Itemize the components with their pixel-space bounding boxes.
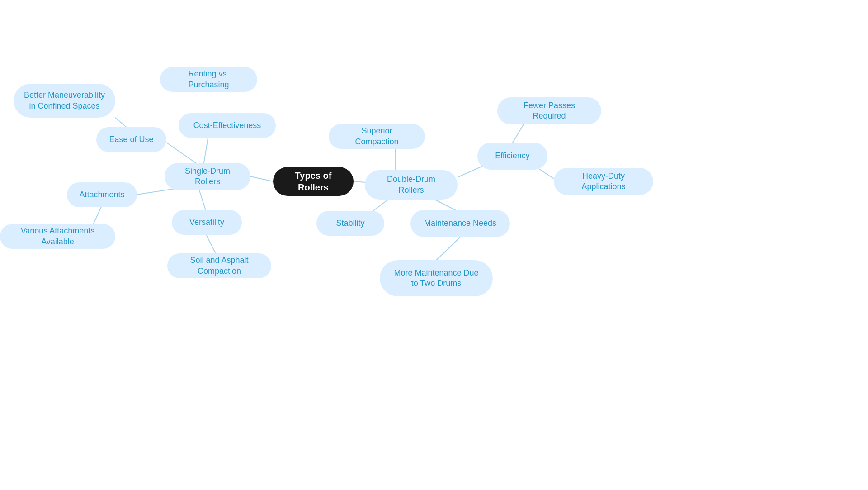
- stability-label: Stability: [336, 218, 364, 228]
- double-drum-label: Double-Drum Rollers: [375, 174, 448, 195]
- attachments-node: Attachments: [67, 182, 137, 207]
- maintenance-needs-node: Maintenance Needs: [410, 210, 510, 237]
- svg-line-16: [436, 237, 460, 260]
- renting-label: Renting vs. Purchasing: [170, 69, 247, 90]
- svg-line-7: [203, 138, 208, 165]
- versatility-label: Versatility: [189, 217, 224, 228]
- fewer-passes-label: Fewer Passes Required: [507, 100, 591, 122]
- center-label: Types of Rollers: [283, 170, 344, 193]
- cost-effectiveness-label: Cost-Effectiveness: [193, 120, 261, 131]
- more-maintenance-label: More Maintenance Due to Two Drums: [390, 268, 483, 289]
- better-maneuver-node: Better Maneuverability in Confined Space…: [14, 84, 115, 118]
- better-maneuver-label: Better Maneuverability in Confined Space…: [24, 90, 105, 111]
- svg-line-0: [250, 176, 273, 181]
- single-drum-label: Single-Drum Rollers: [175, 166, 241, 187]
- more-maintenance-node: More Maintenance Due to Two Drums: [380, 260, 493, 296]
- renting-node: Renting vs. Purchasing: [160, 67, 257, 92]
- soil-asphalt-label: Soil and Asphalt Compaction: [177, 255, 261, 276]
- cost-effectiveness-node: Cost-Effectiveness: [179, 113, 276, 138]
- fewer-passes-node: Fewer Passes Required: [497, 97, 601, 124]
- attachments-label: Attachments: [79, 190, 124, 200]
- double-drum-node: Double-Drum Rollers: [365, 170, 458, 200]
- maintenance-needs-label: Maintenance Needs: [424, 218, 496, 228]
- stability-node: Stability: [316, 211, 384, 236]
- superior-compaction-label: Superior Compaction: [339, 126, 415, 147]
- heavy-duty-label: Heavy-Duty Applications: [564, 171, 643, 192]
- center-node: Types of Rollers: [273, 167, 354, 196]
- ease-of-use-label: Ease of Use: [109, 134, 153, 145]
- various-attach-node: Various Attachments Available: [0, 224, 115, 249]
- various-attach-label: Various Attachments Available: [10, 226, 105, 247]
- efficiency-label: Efficiency: [495, 151, 530, 161]
- superior-compaction-node: Superior Compaction: [329, 124, 425, 149]
- single-drum-node: Single-Drum Rollers: [165, 163, 250, 190]
- svg-line-1: [166, 143, 199, 165]
- efficiency-node: Efficiency: [477, 143, 547, 170]
- soil-asphalt-node: Soil and Asphalt Compaction: [167, 253, 271, 278]
- svg-line-5: [199, 189, 206, 210]
- svg-line-6: [206, 234, 216, 253]
- versatility-node: Versatility: [172, 210, 242, 235]
- heavy-duty-node: Heavy-Duty Applications: [554, 168, 653, 195]
- ease-of-use-node: Ease of Use: [96, 127, 166, 152]
